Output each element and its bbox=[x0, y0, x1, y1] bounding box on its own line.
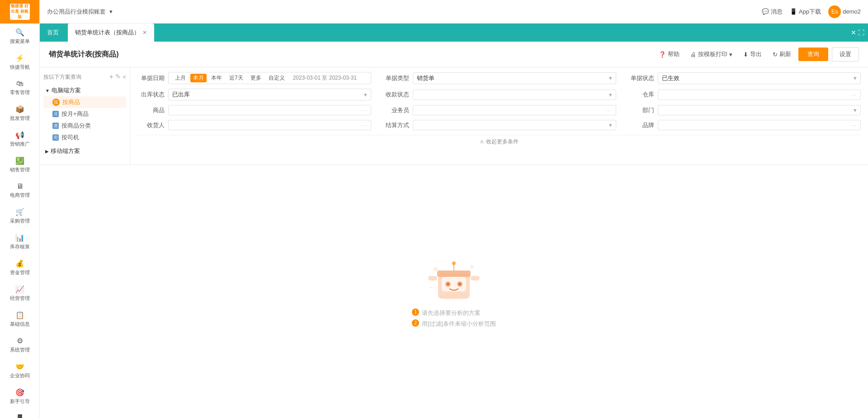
tip-1-num: 1 bbox=[412, 309, 419, 316]
filter-row-3: 商品 ··· 业务员 ··· 部门 ▾ bbox=[137, 105, 861, 115]
sidebar-item-search[interactable]: 🔍搜索菜单 bbox=[0, 24, 39, 49]
filter-row-4: 收货人 ··· 结算方式 ▾ 品牌 ··· bbox=[137, 120, 861, 130]
product-control[interactable]: ··· bbox=[168, 105, 371, 115]
tabbar: 首页 销货单统计表（按商品） ✕ ✕ ⛶ bbox=[40, 24, 868, 42]
date-shortcut-本年[interactable]: 本年 bbox=[208, 74, 225, 82]
scheme-group-title[interactable]: ▼电脑端方案 bbox=[43, 85, 126, 96]
sidebar-item-app-center[interactable]: 📱应用中心 bbox=[0, 409, 39, 418]
scheme-item-by-month-product[interactable]: 月按月+商品 bbox=[43, 108, 126, 120]
scheme-groups: ▼电脑端方案按按商品月按月+商品类按商品分类司按司机▶移动端方案 bbox=[43, 85, 126, 157]
sidebar-label-wholesale: 批发管理 bbox=[10, 115, 30, 122]
payment-status-control[interactable]: ▾ bbox=[413, 90, 616, 100]
sidebar-item-retail[interactable]: 🛍零售管理 bbox=[0, 75, 39, 100]
scheme-group-title[interactable]: ▶移动端方案 bbox=[43, 145, 126, 157]
scheme-collapse-btn[interactable]: « bbox=[123, 73, 126, 81]
sidebar-item-base-info[interactable]: 📋基础信息 bbox=[0, 306, 39, 332]
sidebar-item-finance[interactable]: 💰资金管理 bbox=[0, 255, 39, 280]
doc-status-control[interactable]: 已生效 ▾ bbox=[658, 72, 861, 84]
sidebar-item-inventory[interactable]: 📊库存核算 bbox=[0, 229, 39, 255]
product-label: 商品 bbox=[137, 106, 165, 114]
sidebar-item-marketing[interactable]: 📢营销推广 bbox=[0, 126, 39, 152]
empty-tips: 1 请先选择要分析的方案 2 用[过滤]条件来缩小分析范围 bbox=[412, 309, 495, 330]
sidebar-label-finance: 资金管理 bbox=[10, 269, 30, 276]
scheme-item-by-product[interactable]: 按按商品 bbox=[43, 96, 126, 108]
out-status-value: 已出库 bbox=[172, 90, 364, 99]
svg-rect-8 bbox=[428, 276, 437, 280]
sidebar-item-wholesale[interactable]: 📦批发管理 bbox=[0, 100, 39, 126]
scheme-item-by-cashier[interactable]: 司按司机 bbox=[43, 132, 126, 143]
message-btn[interactable]: 💬 消息 bbox=[762, 8, 783, 16]
date-filter-control[interactable]: 上月本月本年近7天更多自定义 2023-03-01 至 2023-03-31 bbox=[168, 72, 371, 84]
svg-rect-9 bbox=[471, 276, 480, 280]
sidebar-item-purchase[interactable]: 🛒采购管理 bbox=[0, 203, 39, 229]
query-button[interactable]: 查询 bbox=[798, 48, 828, 61]
sidebar-label-sales-mgr: 销售管理 bbox=[10, 166, 30, 173]
window-maximize-btn[interactable]: ⛶ bbox=[858, 29, 864, 36]
industry-label: 办公用品行业模拟账套 bbox=[47, 8, 106, 16]
sidebar-item-ecommerce[interactable]: 🖥电商管理 bbox=[0, 178, 39, 203]
sidebar-label-retail: 零售管理 bbox=[10, 89, 30, 96]
filter-row-1: 单据日期 上月本月本年近7天更多自定义 2023-03-01 至 2023-03… bbox=[137, 72, 861, 84]
tab-close-icon[interactable]: ✕ bbox=[142, 29, 147, 36]
scheme-add-btn[interactable]: + bbox=[109, 73, 113, 81]
scheme-group-移动端方案: ▶移动端方案 bbox=[43, 145, 126, 157]
svg-point-6 bbox=[447, 283, 449, 285]
sidebar-icon-search: 🔍 bbox=[15, 28, 24, 37]
sidebar-item-enterprise[interactable]: 🤝企业协同 bbox=[0, 358, 39, 384]
date-shortcut-近7天[interactable]: 近7天 bbox=[226, 74, 246, 82]
industry-dropdown-icon[interactable]: ▾ bbox=[109, 8, 113, 15]
tip-1-text: 请先选择要分析的方案 bbox=[422, 309, 481, 317]
warehouse-dots: ··· bbox=[850, 91, 857, 98]
collapse-btn[interactable]: ∧ 收起更多条件 bbox=[137, 135, 861, 148]
doc-type-control[interactable]: 销货单 ▾ bbox=[413, 72, 616, 84]
settings-button[interactable]: 设置 bbox=[832, 47, 859, 62]
user-info[interactable]: Ea demo2 bbox=[828, 5, 861, 18]
sidebar-label-enterprise: 企业协同 bbox=[10, 372, 30, 379]
date-shortcut-自定义[interactable]: 自定义 bbox=[266, 74, 288, 82]
sidebar-item-guide[interactable]: 🎯新手引导 bbox=[0, 384, 39, 409]
print-dropdown-icon: ▾ bbox=[729, 51, 732, 58]
scheme-item-icon-by-cashier: 司 bbox=[52, 134, 59, 141]
settlement-control[interactable]: ▾ bbox=[413, 120, 616, 130]
date-shortcut-本月[interactable]: 本月 bbox=[190, 74, 207, 82]
scheme-edit-btn[interactable]: ✎ bbox=[115, 73, 121, 81]
doc-status-dropdown: ▾ bbox=[854, 75, 857, 81]
tip-2: 2 用[过滤]条件来缩小分析范围 bbox=[412, 319, 495, 328]
logo-text: 畅捷通 好生意 标账版 bbox=[10, 4, 30, 20]
template-print-btn[interactable]: 🖨 按模板打印 ▾ bbox=[687, 48, 736, 60]
doc-status-value: 已生效 bbox=[662, 74, 854, 82]
payment-label: 收款状态 bbox=[382, 90, 409, 99]
refresh-btn[interactable]: ↻ 刷新 bbox=[769, 48, 795, 60]
sidebar-item-operations[interactable]: 📈经营管理 bbox=[0, 280, 39, 306]
dept-dropdown: ▾ bbox=[854, 107, 857, 114]
filter-panel: 按以下方案查询 + ✎ « ▼电脑端方案按按商品月按月+商品类按商品分类司按司机… bbox=[40, 67, 868, 164]
out-status-control[interactable]: 已出库 ▾ bbox=[168, 89, 371, 100]
settlement-label: 结算方式 bbox=[382, 121, 409, 129]
salesman-control[interactable]: ··· bbox=[413, 105, 616, 115]
page-actions: ❓ 帮助 🖨 按模板打印 ▾ ⬇ 导出 ↻ 刷新 查询 设置 bbox=[655, 47, 859, 67]
dept-control[interactable]: ▾ bbox=[658, 105, 861, 115]
template-print-label: 按模板打印 bbox=[698, 50, 727, 58]
tab-sales-stat[interactable]: 销货单统计表（按商品） ✕ bbox=[68, 24, 154, 42]
recipient-control[interactable]: ··· bbox=[168, 120, 371, 130]
empty-illustration bbox=[425, 253, 483, 303]
warehouse-control[interactable]: ··· bbox=[658, 90, 861, 100]
app-logo[interactable]: 畅捷通 好生意 标账版 bbox=[0, 0, 40, 24]
help-btn[interactable]: ❓ 帮助 bbox=[655, 48, 683, 60]
tab-home[interactable]: 首页 bbox=[40, 24, 66, 42]
brand-control[interactable]: ··· bbox=[658, 120, 861, 130]
sidebar-item-system[interactable]: ⚙系统管理 bbox=[0, 332, 39, 358]
sidebar-item-quick-nav[interactable]: ⚡快捷导航 bbox=[0, 49, 39, 75]
window-close-btn[interactable]: ✕ bbox=[851, 29, 856, 36]
out-status-label: 出库状态 bbox=[137, 90, 165, 99]
export-btn[interactable]: ⬇ 导出 bbox=[740, 48, 765, 60]
app-download-btn[interactable]: 📱 App下载 bbox=[790, 8, 821, 16]
scheme-item-by-category[interactable]: 类按商品分类 bbox=[43, 120, 126, 132]
date-shortcut-上月[interactable]: 上月 bbox=[172, 74, 189, 82]
topbar-right: 💬 消息 📱 App下载 Ea demo2 bbox=[762, 5, 861, 18]
sidebar-icon-app-center: 📱 bbox=[15, 414, 24, 418]
sidebar-item-sales-mgr[interactable]: 💹销售管理 bbox=[0, 152, 39, 178]
svg-point-13 bbox=[470, 265, 474, 269]
doc-type-label: 单据类型 bbox=[382, 74, 409, 82]
date-shortcut-更多[interactable]: 更多 bbox=[248, 74, 264, 82]
